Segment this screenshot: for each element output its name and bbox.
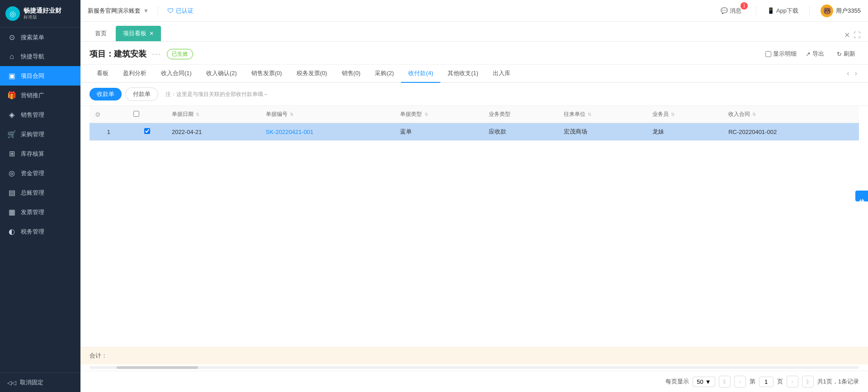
receipt-bill-button[interactable]: 收款单 — [90, 88, 122, 100]
col-biz-type: 业务类型 — [483, 106, 558, 123]
show-detail-input[interactable] — [765, 51, 771, 57]
workspace-selector[interactable]: 新服务官网演示账套 ▼ — [88, 7, 149, 15]
last-page-button[interactable]: ⟫ — [802, 376, 814, 387]
sort-counterpart-icon[interactable]: ⇅ — [588, 112, 591, 117]
sidebar-item-marketing[interactable]: 🎁 营销推广 — [0, 86, 80, 105]
sidebar: ◎ 畅捷通好业财 标准版 ⊙ 搜索菜单 ⌂ 快捷导航 ▣ 项目合同 🎁 营销推广… — [0, 0, 80, 392]
col-income-contract: 收入合同 ⇅ — [723, 106, 859, 123]
sidebar-logo: ◎ 畅捷通好业财 标准版 — [0, 0, 80, 28]
sort-code-icon[interactable]: ⇅ — [290, 112, 293, 117]
invoice-icon: ▦ — [7, 208, 16, 216]
prev-page-button[interactable]: ‹ — [734, 376, 746, 387]
certified-badge: 🛡 已认证 — [167, 7, 193, 15]
tab-close-icon[interactable]: ✕ — [149, 30, 154, 37]
scrollbar-thumb[interactable] — [117, 366, 198, 369]
sidebar-item-tax[interactable]: ◐ 税务管理 — [0, 222, 80, 241]
row-checkbox[interactable] — [144, 128, 150, 134]
unpin-icon: ◁◁ — [7, 379, 16, 386]
sidebar-item-inventory[interactable]: ⊞ 库存核算 — [0, 144, 80, 163]
row-biz-type: 应收款 — [483, 123, 558, 141]
more-options-button[interactable]: ··· — [152, 49, 161, 59]
tab-home[interactable]: 首页 — [88, 26, 114, 41]
sub-tab-receipt[interactable]: 收付款(4) — [401, 65, 440, 83]
col-counterpart: 往来单位 ⇅ — [558, 106, 647, 123]
sort-date-icon[interactable]: ⇅ — [196, 112, 199, 117]
sidebar-item-contract[interactable]: ▣ 项目合同 — [0, 66, 80, 86]
first-page-button[interactable]: ⟪ — [719, 376, 731, 387]
receipt-tab-bar: 收款单 付款单 注：这里是与项目关联的全部收付款单哦～ — [80, 83, 868, 106]
sort-contract-icon[interactable]: ⇅ — [752, 112, 756, 117]
sub-tab-sales-invoice[interactable]: 销售发票(0) — [244, 65, 289, 83]
refresh-icon: ↻ — [837, 51, 842, 57]
topbar-divider-3 — [809, 6, 810, 15]
settings-header: ⚙ — [90, 106, 128, 123]
sub-tab-prev-icon[interactable]: ‹ — [845, 67, 851, 79]
unpin-button[interactable]: ◁◁ 取消固定 — [0, 373, 80, 392]
sidebar-item-purchase[interactable]: 🛒 采购管理 — [0, 124, 80, 144]
sub-tab-bar: 看板 盈利分析 收入合同(1) 收入确认(2) 销售发票(0) 税务发票(0) … — [80, 65, 868, 83]
sidebar-item-capital[interactable]: ◎ 资金管理 — [0, 163, 80, 183]
sidebar-item-ledger[interactable]: ▤ 总账管理 — [0, 183, 80, 202]
col-code: 单据编号 ⇅ — [260, 106, 395, 123]
show-detail-checkbox[interactable]: 显示明细 — [765, 50, 797, 58]
sidebar-item-nav[interactable]: ⌂ 快捷导航 — [0, 47, 80, 66]
sub-tab-next-icon[interactable]: › — [853, 67, 859, 79]
horizontal-scrollbar[interactable] — [80, 364, 868, 371]
sub-tab-purchase[interactable]: 采购(2) — [368, 65, 401, 83]
topbar-divider — [158, 6, 158, 15]
maximize-icon[interactable]: ⛶ — [854, 31, 861, 39]
sub-tab-sales[interactable]: 销售(0) — [335, 65, 368, 83]
col-type: 单据类型 ⇅ — [395, 106, 483, 123]
main-area: 新服务官网演示账套 ▼ 🛡 已认证 💬 消息 1 📱 App下载 🐻 用户335… — [80, 0, 868, 392]
sub-tab-profit[interactable]: 盈利分析 — [116, 65, 154, 83]
message-button[interactable]: 💬 消息 1 — [717, 5, 745, 17]
float-action-button[interactable]: 快捷操作 — [855, 191, 868, 201]
sidebar-item-invoice[interactable]: ▦ 发票管理 — [0, 202, 80, 222]
status-badge: 已生效 — [167, 49, 193, 59]
sub-tab-other-expense[interactable]: 其他收支(1) — [440, 65, 486, 83]
app-logo-icon: ◎ — [5, 6, 20, 21]
page-label: 第 — [750, 378, 755, 386]
phone-icon: 📱 — [767, 7, 774, 14]
shield-icon: 🛡 — [167, 7, 174, 14]
row-checkbox-cell — [128, 123, 166, 141]
pagination: 每页显示 50 ▼ ⟪ ‹ 第 页 › ⟫ 共1页，1条记录 — [80, 371, 868, 392]
row-type: 蓝单 — [395, 123, 483, 141]
sub-tab-tax-invoice[interactable]: 税务发票(0) — [289, 65, 335, 83]
purchase-icon: 🛒 — [7, 130, 16, 139]
page-suffix-label: 页 — [777, 378, 783, 386]
sub-tab-income-contract[interactable]: 收入合同(1) — [154, 65, 199, 83]
page-input[interactable] — [759, 377, 774, 387]
message-icon: 💬 — [721, 7, 728, 14]
scrollbar-track — [90, 366, 859, 369]
sort-type-icon[interactable]: ⇅ — [425, 112, 428, 117]
export-button[interactable]: ↗ 导出 — [802, 48, 828, 60]
next-page-button[interactable]: › — [787, 376, 798, 387]
table-settings-icon[interactable]: ⚙ — [95, 111, 101, 118]
select-all-checkbox[interactable] — [133, 111, 139, 117]
close-window-icon[interactable]: ✕ — [844, 31, 850, 39]
tab-bar: 首页 项目看板 ✕ ✕ ⛶ — [80, 22, 868, 42]
topbar-divider-2 — [756, 6, 756, 15]
home-icon: ⌂ — [7, 53, 16, 61]
row-salesman: 龙妹 — [647, 123, 723, 141]
row-income-contract: RC-20220401-002 — [723, 123, 859, 141]
per-page-arrow-icon: ▼ — [705, 378, 711, 385]
payment-bill-button[interactable]: 付款单 — [125, 87, 158, 101]
sidebar-item-search[interactable]: ⊙ 搜索菜单 — [0, 28, 80, 47]
sort-salesman-icon[interactable]: ⇅ — [671, 112, 675, 117]
tab-project-board[interactable]: 项目看板 ✕ — [116, 26, 161, 41]
refresh-button[interactable]: ↻ 刷新 — [833, 48, 859, 60]
app-download-button[interactable]: 📱 App下载 — [767, 7, 798, 15]
workspace-arrow-icon: ▼ — [143, 8, 149, 14]
sub-tab-income-confirm[interactable]: 收入确认(2) — [199, 65, 244, 83]
per-page-select[interactable]: 50 ▼ — [693, 377, 715, 387]
sub-tab-inout[interactable]: 出入库 — [486, 65, 518, 83]
app-logo-text: 畅捷通好业财 标准版 — [24, 7, 61, 21]
sidebar-item-sales[interactable]: ◈ 销售管理 — [0, 105, 80, 124]
sub-tab-kanban[interactable]: 看板 — [90, 65, 116, 83]
search-menu-icon: ⊙ — [7, 33, 16, 42]
user-menu[interactable]: 🐻 用户3355 — [821, 5, 861, 17]
table-row[interactable]: 1 2022-04-21 SK-20220421-001 蓝单 应收款 宏茂商场… — [90, 123, 859, 141]
row-code-link[interactable]: SK-20220421-001 — [266, 129, 314, 135]
